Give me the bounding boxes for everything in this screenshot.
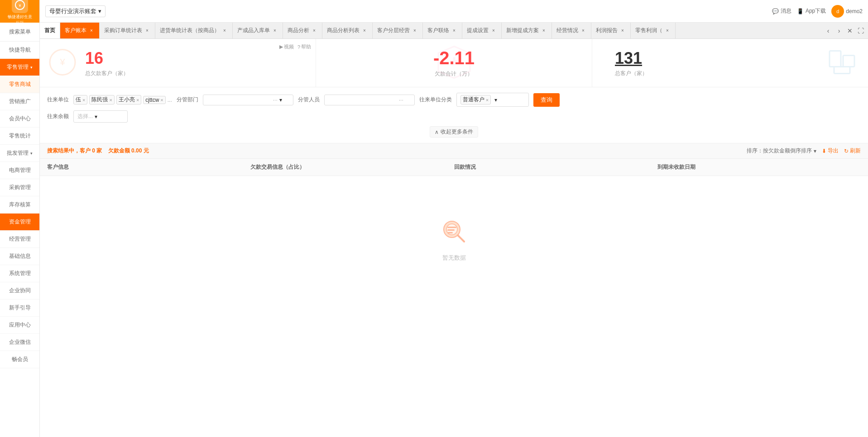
tab-product-analysis-list[interactable]: 商品分析列表 × — [322, 23, 373, 39]
refresh-icon: ↻ — [844, 148, 849, 154]
filter-tag-chen-close[interactable]: × — [109, 97, 112, 103]
tab-purchase-order[interactable]: 采购订单统计表 × — [100, 23, 155, 39]
sidebar-search-section[interactable]: 搜索菜单 — [0, 23, 39, 42]
sidebar-item-retail-mgmt[interactable]: 零售管理 ▾ — [0, 59, 39, 76]
stat-debtors-value: 16 — [85, 49, 129, 68]
tab-retail-profit-close[interactable]: × — [664, 28, 671, 34]
customer-bg-icon — [827, 49, 859, 77]
tab-purchase-order-close[interactable]: × — [144, 28, 150, 34]
tab-product-analysis[interactable]: 商品分析 × — [283, 23, 322, 39]
message-icon: 💬 — [772, 8, 779, 14]
sidebar-item-wholesale-mgmt[interactable]: 批发管理 ▾ — [0, 145, 39, 162]
tab-maximize-button[interactable]: ⛶ — [856, 26, 865, 35]
filter-unit-label: 往来单位 — [47, 96, 69, 104]
filter-balance-select[interactable]: 选择... ▾ — [73, 110, 128, 123]
sidebar-item-retail-shop[interactable]: 零售商城 — [0, 76, 39, 93]
video-button[interactable]: ▶视频 — [279, 43, 294, 50]
filter-unit-type-tag-close[interactable]: × — [486, 97, 489, 103]
tab-product-analysis-close[interactable]: × — [311, 28, 317, 34]
filter-row-2: 往来余额 选择... ▾ — [47, 110, 861, 123]
sidebar-item-finance[interactable]: 资金管理 — [0, 214, 39, 231]
tab-prev-button[interactable]: ‹ — [824, 26, 833, 35]
filter-more-tags[interactable]: ... — [168, 97, 172, 103]
tab-raise-settings-close[interactable]: × — [490, 28, 497, 34]
tab-customer-contact-close[interactable]: × — [451, 28, 457, 34]
message-button[interactable]: 💬 消息 — [772, 7, 791, 15]
tab-customer-segment[interactable]: 客户分层经营 × — [373, 23, 423, 39]
filter-unit-type-select[interactable]: 普通客户 × ▾ — [456, 93, 529, 107]
sidebar-item-basic-info[interactable]: 基础信息 — [0, 248, 39, 265]
filter-tag-wu: 伍 × — [73, 95, 87, 104]
tab-home-label: 首页 — [44, 27, 55, 34]
sidebar-item-system[interactable]: 系统管理 — [0, 265, 39, 282]
filter-unit-tags: 伍 × 陈民强 × 王小亮 × cjttcw × ... — [73, 95, 172, 104]
stats-row: ¥ 16 总欠款客户（家） ▶视频 ?帮助 ✚ -2.11 欠款合计（万 — [40, 39, 868, 87]
chevron-down-icon-3: ▾ — [98, 8, 101, 14]
sidebar-item-operation[interactable]: 经营管理 — [0, 231, 39, 248]
filter-tag-wu-close[interactable]: × — [82, 97, 85, 103]
sidebar-item-quick-nav[interactable]: 快捷导航 — [0, 42, 39, 59]
search-result-suffix: 家 — [96, 147, 102, 154]
filter-tag-wang-close[interactable]: × — [136, 97, 139, 103]
tab-new-raise-close[interactable]: × — [541, 28, 547, 34]
tab-retail-profit[interactable]: 零售利润（ × — [631, 23, 676, 39]
sidebar-item-new-guide[interactable]: 新手引导 — [0, 299, 39, 317]
search-result-info: 搜索结果中，客户 0 家 欠款金额 0.00 元 — [47, 147, 149, 155]
tab-operation-status-close[interactable]: × — [580, 28, 586, 34]
sort-arrow: ▾ — [814, 148, 816, 154]
help-button[interactable]: ?帮助 — [297, 43, 311, 50]
tabbar-controls: ‹ › ✕ ⛶ — [821, 26, 868, 35]
tab-instock-stats-close[interactable]: × — [221, 28, 228, 34]
tab-raise-settings[interactable]: 提成设置 × — [462, 23, 502, 39]
tab-product-instock[interactable]: 产成品入库单 × — [233, 23, 283, 39]
sidebar-item-member[interactable]: 畅会员 — [0, 351, 39, 368]
tab-product-analysis-list-close[interactable]: × — [361, 28, 368, 34]
tab-customer-contact[interactable]: 客户联络 × — [423, 23, 462, 39]
filter-person-label: 分管人员 — [298, 96, 320, 104]
sidebar-item-ecommerce[interactable]: 电商管理 — [0, 162, 39, 179]
sort-selector[interactable]: 排序：按欠款金额倒序排序 ▾ — [747, 147, 816, 155]
tab-customer-segment-close[interactable]: × — [412, 28, 418, 34]
app-download-button[interactable]: 📱 App下载 — [797, 7, 826, 15]
sidebar-item-purchase[interactable]: 采购管理 — [0, 179, 39, 196]
collapse-button[interactable]: ∧ 收起更多条件 — [430, 126, 478, 138]
sidebar-item-enterprise-collab[interactable]: 企业协同 — [0, 282, 39, 299]
tab-profit-report-close[interactable]: × — [619, 28, 626, 34]
stat-debtors-content: 16 总欠款客户（家） — [85, 49, 129, 77]
tab-purchase-order-label: 采购订单统计表 — [104, 27, 142, 34]
svg-rect-13 — [447, 232, 453, 233]
tab-instock-stats[interactable]: 进货单统计表（按商品） × — [155, 23, 233, 39]
tab-product-instock-close[interactable]: × — [272, 28, 278, 34]
svg-text:¥: ¥ — [59, 57, 65, 67]
search-debt-value: 0.00 — [131, 147, 142, 154]
sidebar-item-app-center[interactable]: 应用中心 — [0, 317, 39, 334]
tab-customer-cost-close[interactable]: × — [88, 28, 95, 34]
empty-text: 暂无数据 — [442, 254, 466, 262]
sidebar-item-inventory[interactable]: 库存核算 — [0, 196, 39, 214]
tab-operation-status[interactable]: 经营情况 × — [552, 23, 591, 39]
export-button[interactable]: ⬇ 导出 — [822, 147, 839, 155]
filter-dept-select[interactable]: ··· ▾ — [203, 95, 293, 105]
tab-home[interactable]: 首页 — [40, 23, 60, 39]
sidebar-item-marketing[interactable]: 营销推广 — [0, 93, 39, 110]
account-dropdown[interactable]: 母婴行业演示账套 ▾ — [45, 5, 106, 17]
sidebar-item-search[interactable]: 搜索菜单 — [4, 26, 36, 38]
filter-tag-wang: 王小亮 × — [116, 95, 141, 104]
filter-tag-cjttcw-close[interactable]: × — [160, 97, 163, 103]
tab-profit-report[interactable]: 利润报告 × — [591, 23, 631, 39]
tab-next-button[interactable]: › — [834, 26, 844, 35]
collapse-label: 收起更多条件 — [441, 128, 473, 136]
query-button[interactable]: 查询 — [533, 93, 560, 107]
filter-person-dots: ··· — [399, 97, 403, 103]
tabbar: 首页 客户账本 × 采购订单统计表 × 进货单统计表（按商品） × 产成品入库单… — [40, 23, 868, 39]
filter-tag-cjttcw: cjttcw × — [143, 96, 165, 104]
tab-customer-cost[interactable]: 客户账本 × — [60, 23, 100, 39]
sidebar-item-member-center[interactable]: 会员中心 — [0, 110, 39, 128]
user-profile[interactable]: d demo2 — [831, 5, 863, 18]
refresh-button[interactable]: ↻ 刷新 — [844, 147, 861, 155]
sidebar-item-retail-stats[interactable]: 零售统计 — [0, 128, 39, 145]
sidebar-item-enterprise-wechat[interactable]: 企业微信 — [0, 334, 39, 351]
tab-new-raise[interactable]: 新增提成方案 × — [502, 23, 552, 39]
tab-close-all-button[interactable]: ✕ — [845, 26, 854, 35]
filter-person-select[interactable]: ··· — [324, 95, 415, 105]
